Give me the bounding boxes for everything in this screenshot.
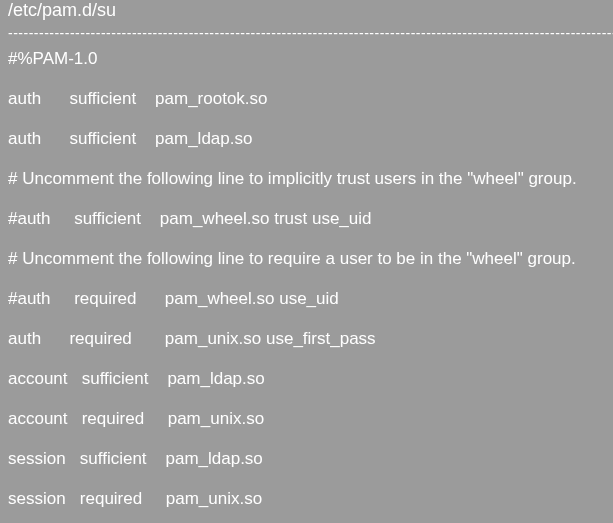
pam-header: #%PAM-1.0 (8, 49, 605, 69)
config-line: #auth sufficient pam_wheel.so trust use_… (8, 209, 605, 229)
comment-line: # Uncomment the following line to implic… (8, 169, 605, 189)
config-line: auth sufficient pam_ldap.so (8, 129, 605, 149)
config-line: auth required pam_unix.so use_first_pass (8, 329, 605, 349)
config-line: account required pam_unix.so (8, 409, 605, 429)
file-content: #%PAM-1.0 auth sufficient pam_rootok.so … (0, 41, 613, 509)
config-line: session required pam_unix.so (8, 489, 605, 509)
config-line: #auth required pam_wheel.so use_uid (8, 289, 605, 309)
comment-line: # Uncomment the following line to requir… (8, 249, 605, 269)
config-line: auth sufficient pam_rootok.so (8, 89, 605, 109)
divider-line: ----------------------------------------… (0, 25, 613, 41)
config-line: session sufficient pam_ldap.so (8, 449, 605, 469)
file-path: /etc/pam.d/su (0, 0, 613, 25)
config-line: account sufficient pam_ldap.so (8, 369, 605, 389)
